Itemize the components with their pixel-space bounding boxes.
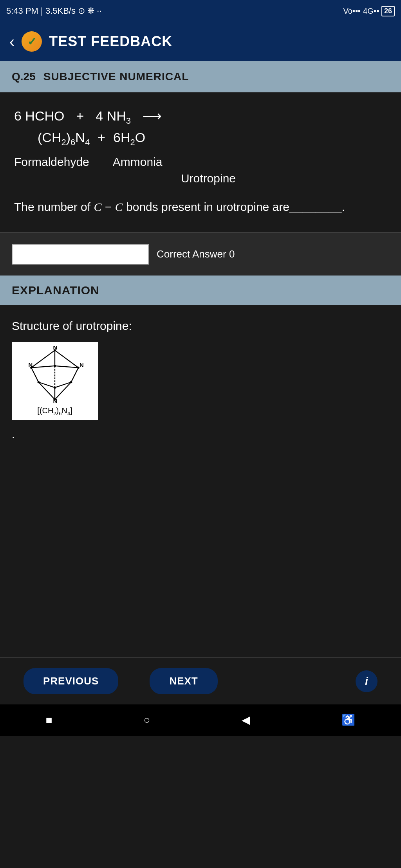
svg-text:N: N bbox=[53, 346, 57, 351]
question-number: Q.25 bbox=[12, 70, 36, 83]
plus-sign2: + bbox=[98, 130, 105, 145]
app-header: ‹ TEST FEEDBACK bbox=[0, 22, 401, 61]
explanation-header: EXPLANATION bbox=[0, 276, 401, 305]
signal-icon: Vo▪▪▪ bbox=[343, 7, 361, 16]
formula-label: [(CH2)6N4] bbox=[37, 406, 72, 416]
reaction-arrow: ⟶ bbox=[143, 108, 162, 124]
bottom-navigation: PREVIOUS NEXT i bbox=[0, 657, 401, 704]
status-right-icons: Vo▪▪▪ 4G▪▪ 26 bbox=[343, 6, 395, 16]
svg-line-13 bbox=[71, 367, 79, 382]
explanation-title: EXPLANATION bbox=[12, 284, 99, 297]
svg-line-9 bbox=[55, 350, 78, 367]
carbon-c1: C bbox=[94, 200, 101, 213]
question-header: Q.25 SUBJECTIVE NUMERICAL bbox=[0, 61, 401, 92]
answer-input-box[interactable] bbox=[12, 244, 149, 265]
product-urotropine: (CH2)6N4 bbox=[38, 130, 90, 148]
svg-line-11 bbox=[31, 367, 39, 382]
android-recents-button[interactable]: ■ bbox=[46, 714, 52, 726]
status-bar: 5:43 PM | 3.5KB/s ⊙ ❋ ·· Vo▪▪▪ 4G▪▪ 26 bbox=[0, 0, 401, 22]
svg-text:N: N bbox=[53, 398, 57, 404]
reaction-line1: 6 HCHO + 4 NH3 ⟶ bbox=[14, 108, 387, 126]
android-nav-bar: ■ ○ ◀ ♿ bbox=[0, 704, 401, 736]
ammonia-label: Ammonia bbox=[113, 155, 163, 169]
question-body: 6 HCHO + 4 NH3 ⟶ (CH2)6N4 + 6H2O Formald… bbox=[0, 92, 401, 232]
structure-label: Structure of urotropine: bbox=[12, 319, 389, 333]
status-speed: 3.5KB/s bbox=[45, 6, 76, 16]
info-button[interactable]: i bbox=[356, 670, 378, 692]
android-accessibility-button[interactable]: ♿ bbox=[341, 713, 355, 726]
explanation-body: Structure of urotropine: bbox=[0, 305, 401, 657]
dot: . bbox=[12, 428, 389, 441]
header-icon bbox=[22, 31, 42, 52]
urotropine-svg: N N N N bbox=[18, 346, 92, 404]
battery-indicator: 26 bbox=[381, 6, 395, 16]
product-water: 6H2O bbox=[113, 130, 145, 148]
reactant-labels: Formaldehyde Ammonia bbox=[14, 155, 387, 169]
answer-section: Correct Answer 0 bbox=[0, 232, 401, 276]
status-separator: | bbox=[41, 6, 45, 16]
svg-line-12 bbox=[31, 366, 55, 367]
carbon-c2: C bbox=[115, 200, 123, 213]
svg-text:N: N bbox=[79, 362, 84, 368]
urotropine-structure: N N N N [(CH2)6N4] bbox=[12, 342, 98, 420]
reactant-hcho: 6 HCHO bbox=[14, 108, 64, 124]
plus-sign: + bbox=[76, 108, 84, 124]
next-button[interactable]: NEXT bbox=[150, 668, 217, 694]
reaction-line2: (CH2)6N4 + 6H2O bbox=[14, 130, 387, 148]
lte-icon: 4G▪▪ bbox=[363, 7, 379, 16]
status-icons: ⊙ ❋ ·· bbox=[78, 6, 101, 16]
correct-answer-label: Correct Answer 0 bbox=[157, 248, 235, 260]
svg-text:N: N bbox=[28, 362, 33, 368]
android-home-button[interactable]: ○ bbox=[144, 714, 150, 726]
reactant-nh3: 4 NH3 bbox=[96, 108, 131, 126]
question-text: The number of C − C bonds present in uro… bbox=[14, 197, 387, 217]
back-button[interactable]: ‹ bbox=[9, 33, 14, 50]
reaction-container: 6 HCHO + 4 NH3 ⟶ (CH2)6N4 + 6H2O Formald… bbox=[14, 108, 387, 185]
header-title: TEST FEEDBACK bbox=[49, 33, 172, 50]
urotropine-label: Urotropine bbox=[14, 172, 387, 185]
status-time: 5:43 PM bbox=[6, 6, 38, 16]
android-back-button[interactable]: ◀ bbox=[242, 713, 250, 726]
svg-line-8 bbox=[31, 350, 55, 367]
previous-button[interactable]: PREVIOUS bbox=[23, 668, 118, 694]
formaldehyde-label: Formaldehyde bbox=[14, 155, 89, 169]
status-time-speed: 5:43 PM | 3.5KB/s ⊙ ❋ ·· bbox=[6, 6, 102, 16]
svg-line-14 bbox=[55, 366, 78, 367]
question-type: SUBJECTIVE NUMERICAL bbox=[43, 70, 189, 83]
